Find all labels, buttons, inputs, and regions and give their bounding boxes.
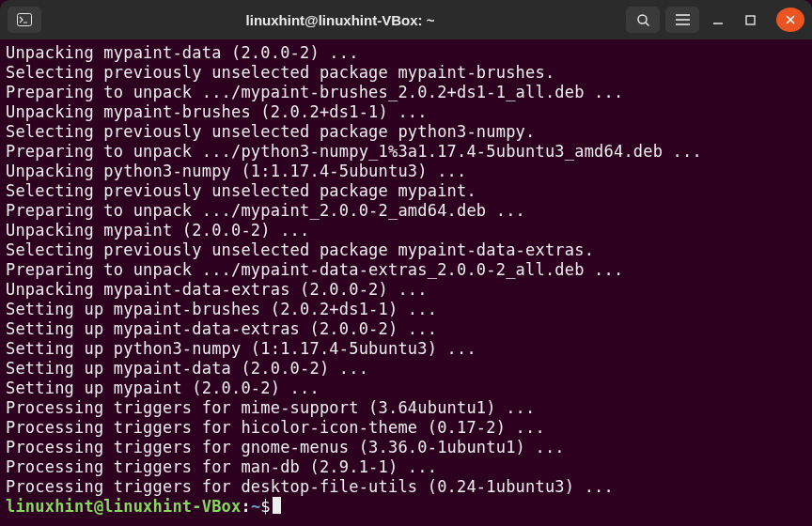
terminal-line: Setting up mypaint-data-extras (2.0.0-2)… [6, 319, 806, 339]
titlebar: linuxhint@linuxhint-VBox: ~ [0, 0, 812, 39]
minimize-button[interactable] [705, 14, 731, 25]
new-tab-button[interactable] [8, 7, 41, 33]
close-button[interactable] [776, 8, 804, 32]
terminal-icon [17, 13, 32, 26]
terminal-line: Setting up mypaint-data (2.0.0-2) ... [6, 359, 806, 379]
search-icon [636, 13, 650, 27]
svg-rect-0 [18, 14, 32, 26]
maximize-icon [745, 15, 756, 25]
window-title: linuxhint@linuxhint-VBox: ~ [60, 12, 620, 28]
svg-rect-8 [746, 16, 755, 24]
terminal-line: Selecting previously unselected package … [6, 181, 806, 201]
terminal-line: Setting up mypaint-brushes (2.0.2+ds1-1)… [6, 300, 806, 319]
terminal-line: Processing triggers for gnome-menus (3.3… [6, 438, 806, 457]
terminal-line: Setting up mypaint (2.0.0-2) ... [6, 379, 806, 398]
terminal-line: Unpacking mypaint (2.0.0-2) ... [6, 221, 806, 240]
prompt-dollar: $ [260, 497, 270, 516]
svg-line-3 [646, 23, 649, 26]
terminal-prompt[interactable]: linuxhint@linuxhint-VBox:~$ [6, 497, 806, 517]
terminal-line: Preparing to unpack .../mypaint-data-ext… [6, 260, 806, 280]
terminal-line: Processing triggers for hicolor-icon-the… [6, 418, 806, 438]
terminal-window: linuxhint@linuxhint-VBox: ~ [0, 0, 812, 526]
svg-point-2 [638, 15, 647, 23]
search-button[interactable] [626, 7, 660, 33]
terminal-line: Unpacking mypaint-data-extras (2.0.0-2) … [6, 280, 806, 300]
terminal-line: Unpacking python3-numpy (1:1.17.4-5ubunt… [6, 162, 806, 181]
terminal-line: Unpacking mypaint-brushes (2.0.2+ds1-1) … [6, 102, 806, 122]
terminal-line: Setting up python3-numpy (1:1.17.4-5ubun… [6, 339, 806, 359]
menu-button[interactable] [665, 7, 699, 33]
prompt-colon: : [241, 497, 250, 516]
terminal-line: Preparing to unpack .../mypaint_2.0.0-2_… [6, 201, 806, 221]
prompt-user-host: linuxhint@linuxhint-VBox [6, 497, 241, 516]
minimize-icon [712, 14, 724, 25]
terminal-line: Selecting previously unselected package … [6, 63, 806, 83]
terminal-line: Selecting previously unselected package … [6, 240, 806, 260]
terminal-line: Preparing to unpack .../mypaint-brushes_… [6, 83, 806, 102]
terminal-line: Selecting previously unselected package … [6, 122, 806, 142]
terminal-line: Preparing to unpack .../python3-numpy_1%… [6, 142, 806, 162]
cursor [273, 497, 281, 514]
hamburger-icon [676, 14, 690, 25]
terminal-line: Processing triggers for desktop-file-uti… [6, 477, 806, 497]
maximize-button[interactable] [737, 15, 763, 25]
close-icon [786, 15, 795, 24]
terminal-line: Processing triggers for man-db (2.9.1-1)… [6, 457, 806, 477]
terminal-line: Unpacking mypaint-data (2.0.0-2) ... [6, 43, 806, 63]
prompt-path: ~ [251, 497, 260, 516]
terminal-output[interactable]: Unpacking mypaint-data (2.0.0-2) ...Sele… [0, 39, 812, 526]
terminal-line: Processing triggers for mime-support (3.… [6, 398, 806, 418]
